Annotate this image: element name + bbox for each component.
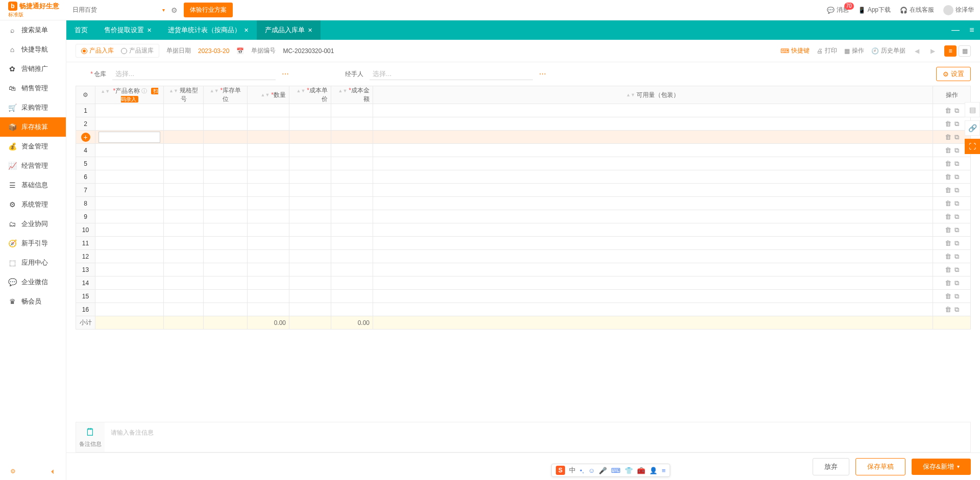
- operate-button[interactable]: ▦ 操作: [844, 46, 864, 55]
- remarks-input[interactable]: [105, 422, 970, 452]
- copy-row-icon[interactable]: ⧉: [954, 160, 959, 167]
- col-qty[interactable]: ▲▼*数量: [248, 86, 289, 104]
- col-available[interactable]: ▲▼可用量（包装）: [373, 86, 933, 104]
- delete-row-icon[interactable]: 🗑: [945, 306, 951, 313]
- tab-0[interactable]: 首页: [66, 20, 96, 40]
- sidebar-item-6[interactable]: 💰资金管理: [0, 137, 66, 156]
- sidebar-item-12[interactable]: ⬚应用中心: [0, 253, 66, 272]
- prev-doc-button[interactable]: ◀: [913, 47, 921, 55]
- save-draft-button[interactable]: 保存草稿: [855, 458, 905, 475]
- sidebar-item-10[interactable]: 🗂企业协同: [0, 214, 66, 234]
- sidebar-item-0[interactable]: ⌕搜索菜单: [0, 20, 66, 40]
- table-row[interactable]: 13🗑⧉: [76, 263, 971, 276]
- history-button[interactable]: 🕘 历史单据: [871, 46, 905, 55]
- copy-row-icon[interactable]: ⧉: [954, 173, 959, 181]
- store-selector[interactable]: 日用百货 ▾: [72, 6, 165, 14]
- rail-btn-1[interactable]: ▤: [965, 102, 980, 117]
- col-unit[interactable]: ▲▼*库存单位: [204, 86, 248, 104]
- next-doc-button[interactable]: ▶: [928, 47, 937, 55]
- table-row[interactable]: 1🗑⧉: [76, 104, 971, 117]
- table-row[interactable]: 9🗑⧉: [76, 210, 971, 223]
- table-row[interactable]: 16🗑⧉: [76, 303, 971, 316]
- table-row[interactable]: 7🗑⧉: [76, 184, 971, 197]
- sidebar-item-11[interactable]: 🧭新手引导: [0, 234, 66, 253]
- copy-row-icon[interactable]: ⧉: [954, 120, 959, 128]
- sidebar-item-7[interactable]: 📈经营管理: [0, 156, 66, 175]
- col-config[interactable]: ⚙: [76, 86, 95, 104]
- copy-row-icon[interactable]: ⧉: [954, 213, 959, 220]
- delete-row-icon[interactable]: 🗑: [945, 186, 951, 194]
- copy-row-icon[interactable]: ⧉: [954, 292, 959, 300]
- calendar-icon[interactable]: 📅: [236, 47, 244, 55]
- delete-row-icon[interactable]: 🗑: [945, 107, 951, 114]
- sidebar-item-13[interactable]: 💬企业微信: [0, 272, 66, 292]
- table-row[interactable]: +🗑⧉: [76, 131, 971, 144]
- rail-btn-expand[interactable]: ⛶: [965, 139, 980, 154]
- messages-button[interactable]: 💬 消息 70: [827, 6, 849, 14]
- tab-menu-button[interactable]: ≡: [964, 26, 980, 35]
- date-value[interactable]: 2023-03-20: [198, 47, 229, 55]
- copy-row-icon[interactable]: ⧉: [954, 239, 959, 247]
- table-row[interactable]: 5🗑⧉: [76, 157, 971, 170]
- sidebar-item-8[interactable]: ☰基础信息: [0, 175, 66, 195]
- settings-icon[interactable]: ⚙: [10, 468, 16, 475]
- sidebar-item-9[interactable]: ⚙系统管理: [0, 195, 66, 214]
- close-icon[interactable]: ✕: [308, 27, 312, 34]
- delete-row-icon[interactable]: 🗑: [945, 279, 951, 287]
- rail-btn-2[interactable]: 🔗: [965, 120, 980, 136]
- warehouse-more-button[interactable]: ⋯: [282, 70, 290, 78]
- copy-row-icon[interactable]: ⧉: [954, 226, 959, 234]
- tab-minimize-button[interactable]: —: [947, 26, 964, 35]
- product-name-input[interactable]: [99, 132, 160, 143]
- copy-row-icon[interactable]: ⧉: [954, 252, 959, 260]
- close-icon[interactable]: ✕: [147, 27, 152, 34]
- sidebar-item-4[interactable]: 🛒采购管理: [0, 98, 66, 117]
- table-row[interactable]: 2🗑⧉: [76, 117, 971, 131]
- copy-row-icon[interactable]: ⧉: [954, 186, 959, 194]
- shortcut-button[interactable]: ⌨ 快捷键: [780, 46, 810, 55]
- table-row[interactable]: 10🗑⧉: [76, 223, 971, 237]
- settings-button[interactable]: ⚙ 设置: [936, 67, 971, 81]
- delete-row-icon[interactable]: 🗑: [945, 213, 951, 220]
- support-button[interactable]: 🎧 在线客服: [900, 6, 934, 14]
- delete-row-icon[interactable]: 🗑: [945, 133, 951, 141]
- sidebar-item-3[interactable]: 🛍销售管理: [0, 79, 66, 98]
- collapse-icon[interactable]: ⏴: [50, 468, 56, 475]
- delete-row-icon[interactable]: 🗑: [945, 239, 951, 247]
- copy-row-icon[interactable]: ⧉: [954, 107, 959, 114]
- delete-row-icon[interactable]: 🗑: [945, 292, 951, 300]
- copy-row-icon[interactable]: ⧉: [954, 279, 959, 287]
- delete-row-icon[interactable]: 🗑: [945, 199, 951, 207]
- app-download-button[interactable]: 📱 App下载: [858, 6, 891, 14]
- table-row[interactable]: 11🗑⧉: [76, 237, 971, 250]
- warehouse-input[interactable]: [112, 68, 276, 80]
- delete-row-icon[interactable]: 🗑: [945, 226, 951, 234]
- ime-toolbar[interactable]: S 中 •, ☺ 🎤 ⌨ 👕 🧰 👤 ≡: [551, 464, 670, 477]
- delete-row-icon[interactable]: 🗑: [945, 252, 951, 260]
- handler-input[interactable]: [370, 68, 533, 80]
- handler-more-button[interactable]: ⋯: [539, 70, 547, 78]
- tab-1[interactable]: 售价提取设置✕: [96, 20, 160, 40]
- delete-row-icon[interactable]: 🗑: [945, 173, 951, 181]
- table-row[interactable]: 15🗑⧉: [76, 290, 971, 303]
- view-card-button[interactable]: ▦: [959, 45, 971, 57]
- add-row-button[interactable]: +: [81, 133, 90, 142]
- sidebar-item-5[interactable]: 📦库存核算: [0, 117, 66, 137]
- copy-row-icon[interactable]: ⧉: [954, 199, 959, 207]
- table-row[interactable]: 8🗑⧉: [76, 197, 971, 210]
- view-list-button[interactable]: ≡: [944, 45, 957, 57]
- col-spec[interactable]: ▲▼规格型号: [164, 86, 204, 104]
- tab-2[interactable]: 进货单统计表（按商品）✕: [160, 20, 257, 40]
- table-row[interactable]: 6🗑⧉: [76, 170, 971, 184]
- tab-3[interactable]: 产成品入库单✕: [257, 20, 321, 40]
- delete-row-icon[interactable]: 🗑: [945, 266, 951, 273]
- table-row[interactable]: 4🗑⧉: [76, 144, 971, 157]
- radio-product-out[interactable]: 产品退库: [121, 46, 154, 55]
- copy-row-icon[interactable]: ⧉: [954, 306, 959, 313]
- copy-row-icon[interactable]: ⧉: [954, 266, 959, 273]
- discard-button[interactable]: 放弃: [813, 458, 849, 475]
- user-menu[interactable]: 徐泽华: [943, 5, 974, 15]
- delete-row-icon[interactable]: 🗑: [945, 160, 951, 167]
- col-amount[interactable]: ▲▼*成本金额: [331, 86, 373, 104]
- sidebar-item-2[interactable]: ✿营销推广: [0, 59, 66, 79]
